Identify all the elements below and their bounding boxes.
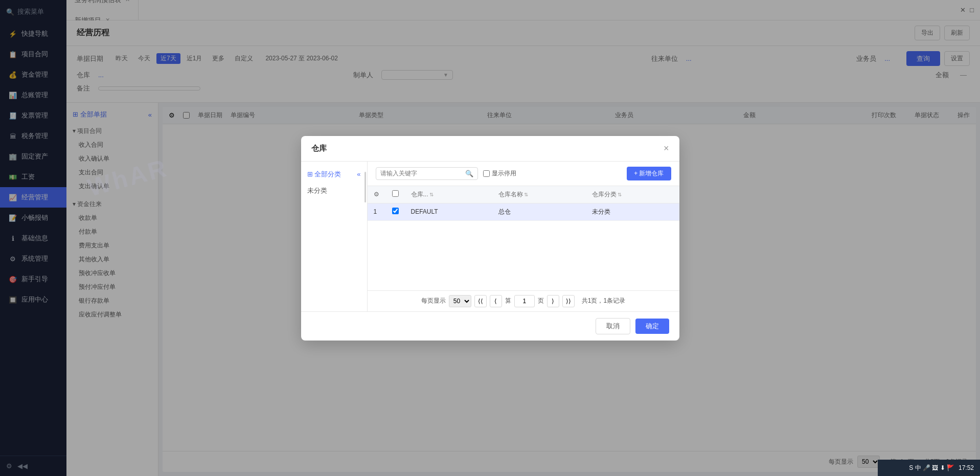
add-warehouse-button[interactable]: + 新增仓库 — [627, 167, 671, 180]
warehouse-modal: 仓库 × ⊞ 全部分类 « 未分类 🔍 — [301, 136, 679, 341]
modal-next-page-btn[interactable]: ⟩ — [547, 295, 559, 307]
modal-category-未分类[interactable]: 未分类 — [301, 182, 367, 199]
modal-last-page-btn[interactable]: ⟩⟩ — [562, 295, 575, 307]
modal-total-info: 共1页，1条记录 — [582, 297, 625, 305]
search-input-wrap: 🔍 — [376, 167, 478, 180]
modal-first-page-btn[interactable]: ⟨⟨ — [474, 295, 487, 307]
modal-select-all[interactable] — [392, 190, 399, 197]
modal-per-page-label: 每页显示 — [421, 297, 446, 305]
modal-per-page-select[interactable]: 50 — [449, 295, 471, 307]
show-disabled-checkbox[interactable] — [483, 170, 490, 177]
row-checkbox[interactable] — [386, 203, 405, 220]
modal-table-row[interactable]: 1 DEFAULT 总仓 未分类 — [368, 203, 679, 220]
row-name: 总仓 — [492, 203, 586, 220]
modal-overlay: 仓库 × ⊞ 全部分类 « 未分类 🔍 — [0, 0, 980, 476]
show-disabled-wrap: 显示停用 — [483, 169, 516, 178]
modal-left-scrollbar — [364, 172, 366, 202]
modal-toolbar: 🔍 显示停用 + 新增仓库 — [368, 162, 679, 186]
modal-footer: 取消 确定 — [301, 311, 679, 341]
row-seq: 1 — [368, 203, 386, 220]
modal-table-body: 1 DEFAULT 总仓 未分类 — [368, 203, 679, 220]
modal-all-category[interactable]: ⊞ 全部分类 « — [301, 167, 367, 182]
modal-left-items: 未分类 — [301, 182, 367, 199]
system-time: 17:52 — [959, 464, 974, 471]
system-tray: S 中 🎤 🖼 ⬇ 🚩 17:52 — [878, 460, 980, 476]
col-code[interactable]: 仓库...⇅ — [405, 186, 493, 203]
col-checkbox — [386, 186, 405, 203]
warehouse-search-input[interactable] — [380, 170, 465, 177]
modal-left-panel: ⊞ 全部分类 « 未分类 — [301, 162, 368, 311]
modal-warehouse-table: ⚙ 仓库...⇅ 仓库名称⇅ — [368, 186, 679, 290]
page-unit: 页 — [538, 297, 544, 305]
tray-icons: S 中 🎤 🖼 ⬇ 🚩 — [909, 464, 954, 472]
cancel-button[interactable]: 取消 — [596, 318, 630, 334]
col-settings[interactable]: ⚙ — [368, 186, 386, 203]
col-name[interactable]: 仓库名称⇅ — [492, 186, 586, 203]
page-text: 算 — [505, 297, 511, 305]
modal-title: 仓库 — [311, 144, 327, 153]
show-disabled-label: 显示停用 — [492, 169, 516, 178]
modal-header: 仓库 × — [301, 136, 679, 162]
search-icon: 🔍 — [465, 170, 473, 177]
col-category[interactable]: 仓库分类⇅ — [586, 186, 679, 203]
confirm-button[interactable]: 确定 — [635, 319, 669, 334]
modal-pagination: 每页显示 50 ⟨⟨ ⟨ 算 页 ⟩ ⟩⟩ 共1页，1条记录 — [368, 290, 679, 311]
row-category: 未分类 — [586, 203, 679, 220]
modal-page-input[interactable] — [514, 295, 535, 307]
modal-close-button[interactable]: × — [664, 143, 669, 154]
modal-body: ⊞ 全部分类 « 未分类 🔍 显示停用 + 新增仓库 — [301, 162, 679, 311]
row-code: DEFAULT — [405, 203, 493, 220]
modal-right-panel: 🔍 显示停用 + 新增仓库 ⚙ — [368, 162, 679, 311]
modal-prev-page-btn[interactable]: ⟨ — [490, 295, 502, 307]
modal-collapse-icon[interactable]: « — [357, 170, 360, 178]
